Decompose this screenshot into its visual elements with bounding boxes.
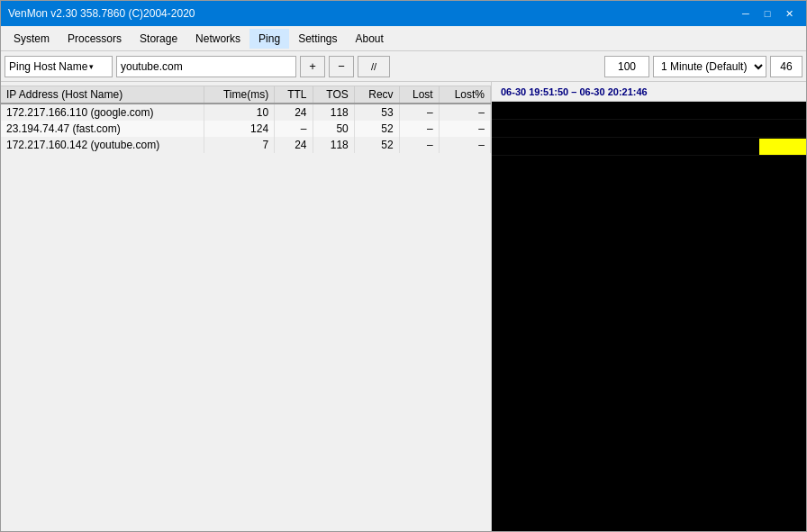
graph-area [492,102,806,156]
cell-lost: – [399,121,439,137]
maximize-button[interactable]: □ [757,5,777,23]
menu-bar: System Processors Storage Networks Ping … [1,26,806,51]
cell-recv: 53 [354,104,399,121]
cell-ttl: – [275,121,313,137]
chevron-down-icon: ▾ [89,62,94,71]
ping-table: IP Address (Host Name) Time(ms) TTL TOS … [1,86,491,153]
menu-storage[interactable]: Storage [131,29,186,49]
cell-recv: 52 [354,137,399,153]
col-recv: Recv [354,86,399,104]
ping-table-container: IP Address (Host Name) Time(ms) TTL TOS … [1,82,492,531]
cell-tos: 118 [313,104,354,121]
minus-button[interactable]: − [329,56,354,77]
table-row[interactable]: 172.217.160.142 (youtube.com) 7 24 118 5… [1,137,491,153]
menu-networks[interactable]: Networks [186,29,249,49]
cell-recv: 52 [354,121,399,137]
content-area: IP Address (Host Name) Time(ms) TTL TOS … [1,82,806,531]
add-button[interactable]: + [300,56,325,77]
table-header-row: IP Address (Host Name) Time(ms) TTL TOS … [1,86,491,104]
col-time: Time(ms) [204,86,275,104]
table-row[interactable]: 172.217.166.110 (google.com) 10 24 118 5… [1,104,491,121]
menu-ping[interactable]: Ping [249,29,289,49]
cell-ttl: 24 [275,137,313,153]
close-button[interactable]: ✕ [779,5,799,23]
title-bar: VenMon v2.30 358.7860 (C)2004-2020 ─ □ ✕ [1,1,806,26]
graph-row [492,120,806,138]
main-window: VenMon v2.30 358.7860 (C)2004-2020 ─ □ ✕… [0,0,807,532]
cell-ip: 172.217.166.110 (google.com) [1,104,204,121]
col-lostpct: Lost% [439,86,490,104]
host-input[interactable] [116,56,296,77]
window-title: VenMon v2.30 358.7860 (C)2004-2020 [8,7,195,20]
table-row[interactable]: 23.194.74.47 (fast.com) 124 – 50 52 – – [1,121,491,137]
graph-panel: 06-30 19:51:50 – 06-30 20:21:46 [492,82,806,531]
menu-processors[interactable]: Processors [59,29,131,49]
cell-lostpct: – [439,121,490,137]
cell-lost: – [399,104,439,121]
time-range-label: 06-30 19:51:50 – 06-30 20:21:46 [497,85,651,99]
bar-fill [759,139,806,155]
graph-row [492,102,806,120]
cell-time: 7 [204,137,275,153]
cell-lost: – [399,137,439,153]
window-controls: ─ □ ✕ [736,5,799,23]
menu-settings[interactable]: Settings [289,29,346,49]
seq-value: 46 [770,56,802,77]
pause-button[interactable]: // [358,56,390,77]
minimize-button[interactable]: ─ [736,5,756,23]
host-name-label: Ping Host Name [9,60,87,73]
graph-time-range: 06-30 19:51:50 – 06-30 20:21:46 [492,82,806,102]
count-input[interactable] [604,56,649,77]
menu-system[interactable]: System [5,29,59,49]
cell-ip: 172.217.160.142 (youtube.com) [1,137,204,153]
host-name-dropdown[interactable]: Ping Host Name ▾ [5,56,113,77]
menu-about[interactable]: About [346,29,392,49]
toolbar: Ping Host Name ▾ + − // 1 Minute (Defaul… [1,51,806,82]
cell-tos: 50 [313,121,354,137]
cell-time: 10 [204,104,275,121]
cell-time: 124 [204,121,275,137]
col-ttl: TTL [275,86,313,104]
interval-select[interactable]: 1 Minute (Default) [653,56,766,77]
cell-ip: 23.194.74.47 (fast.com) [1,121,204,137]
col-lost: Lost [399,86,439,104]
col-tos: TOS [313,86,354,104]
cell-lostpct: – [439,104,490,121]
cell-ttl: 24 [275,104,313,121]
graph-row [492,138,806,156]
col-ip: IP Address (Host Name) [1,86,204,104]
cell-tos: 118 [313,137,354,153]
cell-lostpct: – [439,137,490,153]
